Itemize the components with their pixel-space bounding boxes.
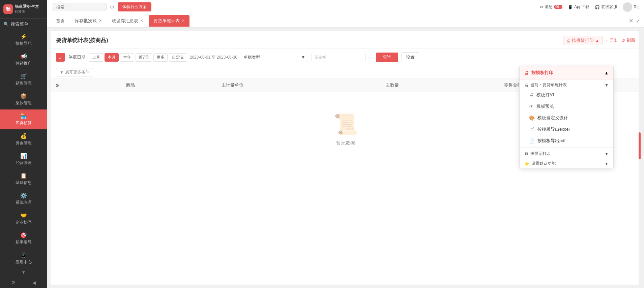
scrollbar-thumb	[639, 132, 641, 159]
printer-icon: 🖨	[524, 70, 529, 75]
query-btn[interactable]: 查询	[376, 53, 398, 62]
tab-requisition-stats[interactable]: 要货单统计表 ✕	[149, 15, 189, 27]
topbar-gear-icon[interactable]: ⚙	[110, 4, 114, 10]
tab-home[interactable]: 首页	[51, 15, 69, 27]
date-more-btn[interactable]: 更多	[153, 53, 168, 62]
sidebar-item-purchase[interactable]: 📦 采购管理	[0, 90, 47, 109]
empty-icon: 📜	[333, 112, 358, 136]
date-range-label: 2023-06-01 至 2023-06-30	[190, 55, 237, 60]
table-gear-icon[interactable]: ⚙	[55, 83, 59, 88]
collapse-sidebar-btn[interactable]: ◀	[32, 280, 36, 285]
dropdown-header[interactable]: 🖨 按模板打印 ▲	[520, 66, 613, 79]
sidebar-nav: ⚡ 快捷导航 📢 营销推广 🛒 销售管理 📦 采购管理 🏪 库存核算 💰 资金管…	[0, 30, 47, 268]
display-print-section[interactable]: 🖥 按显示打印 ▼	[520, 148, 613, 158]
date-custom-btn[interactable]: 自定义	[169, 53, 187, 62]
export-icon: ↑	[606, 38, 608, 43]
topbar: ⚙ 体验行业方案 ✉ 消息 99+ 📱 App下载 🎧 在线客服 Rit	[47, 0, 644, 14]
dropdown-title-area: 🖨 按模板打印	[524, 70, 553, 76]
purchase-icon: 📦	[20, 93, 27, 99]
date-label: 单据日期	[68, 54, 86, 60]
guide-icon: 🎯	[20, 232, 27, 238]
sidebar-item-sales[interactable]: 🛒 销售管理	[0, 70, 47, 90]
tab-expand-btn[interactable]: ⤢	[636, 18, 640, 24]
date-group: 上月 本月 本年 近7天 更多 自定义 2023-06-01 至 2023-06…	[89, 53, 237, 62]
expand-more-conditions-btn[interactable]: ▼ 展开更多条件	[56, 68, 93, 76]
settings-btn[interactable]: 设置	[402, 52, 419, 62]
date-current-year-btn[interactable]: 本年	[120, 53, 134, 62]
order-type-select[interactable]: 单据类型 ▼	[241, 53, 308, 62]
page-area: 要货单统计表(按商品) 🖨 按模板打印 ▲ ↑ 导出 ↺ 刷新 »	[51, 31, 641, 285]
sidebar-item-collab[interactable]: 🤝 企业协同	[0, 209, 47, 229]
export-excel-icon: 📄	[529, 127, 535, 132]
dropdown-item-export-pdf[interactable]: 📄 按模板导出pdf	[520, 135, 613, 147]
sidebar-item-quicknav[interactable]: ⚡ 快捷导航	[0, 30, 47, 50]
required-goods-input[interactable]: 要货单	[312, 53, 365, 62]
app-logo-icon: 畅	[3, 4, 13, 14]
current-section-header[interactable]: 🖨 当前：要货单统计表 ▼	[520, 79, 613, 89]
empty-text: 暂无数据	[336, 140, 355, 146]
set-default-section[interactable]: ⭐ 设置默认功能 ▼	[520, 158, 613, 168]
sidebar-item-operations[interactable]: 📊 经营管理	[0, 149, 47, 169]
app-download-btn[interactable]: 📱 App下载	[568, 4, 589, 10]
sidebar-item-marketing[interactable]: 📢 营销推广	[0, 50, 47, 70]
tab-close-window-btn[interactable]: ✕	[629, 18, 633, 24]
display-print-chevron: ▼	[605, 152, 609, 156]
online-service-btn[interactable]: 🎧 在线客服	[595, 4, 617, 10]
filter-expand-btn[interactable]: »	[56, 53, 65, 62]
order-type-label: 单据类型	[244, 55, 260, 60]
app-logo-text: 畅赢通好生意 标准版	[15, 4, 39, 14]
date-current-month-btn[interactable]: 本月	[105, 53, 119, 62]
sidebar-search[interactable]: 🔍 搜索菜单	[0, 19, 47, 30]
dropdown-item-template-print[interactable]: 🖨 模板打印	[520, 89, 613, 101]
sidebar-item-appstore[interactable]: 📱 应用中心	[0, 249, 47, 268]
current-section-chevron: ▼	[605, 83, 609, 88]
settings-footer-icon[interactable]: ⚙	[11, 280, 16, 285]
tab-close-inventory-batch[interactable]: ✕	[99, 19, 102, 23]
sidebar-scroll-down[interactable]: ▼	[0, 268, 47, 277]
template-preview-icon: 👁	[529, 104, 534, 109]
tab-inventory-batch[interactable]: 库存批次账 ✕	[70, 15, 107, 27]
dropdown-item-template-design[interactable]: 🎨 模板自定义设计	[520, 112, 613, 124]
dropdown-collapse-icon[interactable]: ▲	[604, 70, 609, 75]
trial-industry-btn[interactable]: 体验行业方案	[118, 2, 151, 11]
username-label: Rit	[634, 5, 639, 9]
required-goods-placeholder: 要货单	[315, 55, 327, 60]
dropdown-item-template-preview[interactable]: 👁 模板预览	[520, 101, 613, 112]
current-section-icon: 🖨	[524, 83, 528, 88]
operations-icon: 📊	[20, 153, 27, 159]
topbar-search-input[interactable]	[53, 3, 107, 11]
topbar-right: ✉ 消息 99+ 📱 App下载 🎧 在线客服 Rit	[540, 2, 639, 12]
more-options-dots[interactable]: ···	[369, 55, 373, 60]
sidebar-item-system[interactable]: ⚙️ 系统管理	[0, 189, 47, 209]
sidebar-footer: ⚙ ◀	[0, 277, 47, 288]
col-gear[interactable]: ⚙	[51, 79, 121, 92]
export-pdf-icon: 📄	[529, 138, 535, 143]
marketing-icon: 📢	[20, 53, 27, 60]
tab-close-requisition-stats[interactable]: ✕	[182, 19, 185, 23]
dropdown-divider-1	[520, 147, 613, 148]
sidebar-logo: 畅 畅赢通好生意 标准版	[0, 0, 47, 19]
sidebar-item-finance[interactable]: 💰 资金管理	[0, 129, 47, 149]
user-avatar	[623, 2, 632, 12]
tab-close-receipt-summary[interactable]: ✕	[140, 19, 143, 23]
template-print-icon: 🖨	[529, 92, 534, 98]
refresh-btn[interactable]: ↺ 刷新	[621, 37, 635, 43]
date-last-7-days-btn[interactable]: 近7天	[136, 53, 152, 62]
col-product: 商品	[121, 79, 217, 92]
sidebar-item-inventory[interactable]: 🏪 库存核算	[0, 109, 47, 129]
appstore-icon: 📱	[20, 252, 27, 258]
sales-icon: 🛒	[20, 73, 27, 79]
tab-receipt-summary[interactable]: 收发存汇总表 ✕	[107, 15, 148, 27]
sidebar-item-basics[interactable]: 📋 基础信息	[0, 169, 47, 189]
print-icon: 🖨	[566, 38, 570, 43]
export-btn[interactable]: ↑ 导出	[606, 37, 618, 43]
dropdown-item-export-excel[interactable]: 📄 按模板导出excel	[520, 124, 613, 135]
print-template-btn[interactable]: 🖨 按模板打印 ▲	[563, 36, 603, 45]
user-avatar-area[interactable]: Rit	[623, 2, 639, 12]
messages-btn[interactable]: ✉ 消息 99+	[540, 4, 562, 10]
display-print-icon: 🖥	[524, 152, 528, 156]
search-icon: 🔍	[3, 22, 9, 27]
set-default-icon: ⭐	[524, 161, 529, 166]
date-prev-month-btn[interactable]: 上月	[89, 53, 103, 62]
sidebar-item-guide[interactable]: 🎯 新手引导	[0, 229, 47, 249]
